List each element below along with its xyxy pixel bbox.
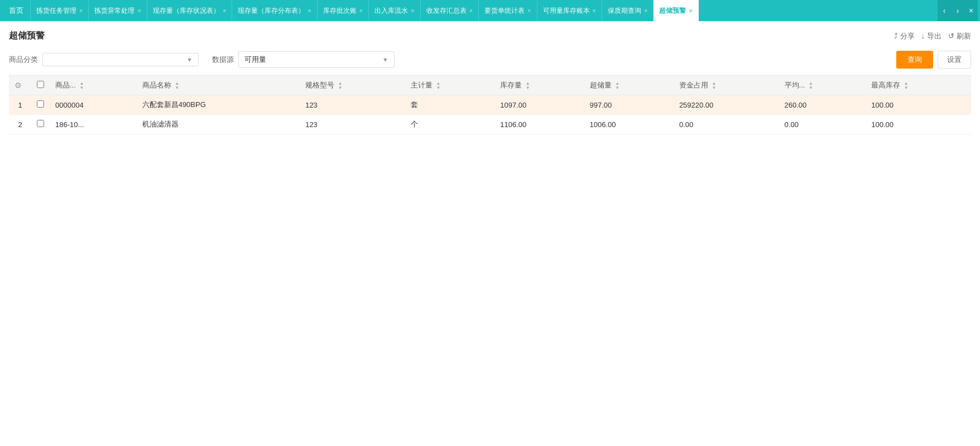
data-table: ⚙ 商品... ▲▼ 商品名称 ▲▼ 规格型号 ▲▼ 主计 (9, 75, 971, 134)
close-tab-9[interactable]: × (644, 7, 647, 14)
row-1-capital: 259220.00 (674, 95, 779, 115)
table-row: 2 186-10... 机油滤清器 123 个 1106.00 1006.00 … (9, 115, 971, 134)
row-2-checkbox-cell (31, 115, 50, 134)
top-navigation: 首页 拣货任务管理 × 拣货异常处理 × 现存量（库存状况表） × 现存量（库存… (0, 0, 980, 21)
query-button[interactable]: 查询 (896, 51, 933, 69)
sort-spec-icon: ▲▼ (338, 81, 343, 90)
category-dropdown-icon: ▼ (186, 56, 193, 63)
col-checkbox (31, 76, 50, 95)
row-2-max-stock: 100.00 (866, 115, 971, 134)
row-2-product-name: 机油滤清器 (137, 115, 300, 134)
refresh-button[interactable]: ↺ 刷新 (948, 31, 971, 41)
close-tab-6[interactable]: × (469, 7, 473, 14)
close-tab-2[interactable]: × (223, 7, 226, 14)
row-1-index: 1 (9, 95, 31, 115)
col-product-code[interactable]: 商品... ▲▼ (50, 76, 137, 95)
page-title: 超储预警 (9, 30, 45, 42)
sort-product-name-icon: ▲▼ (175, 81, 179, 90)
sort-unit-icon: ▲▼ (436, 81, 440, 90)
settings-button[interactable]: 设置 (938, 51, 971, 69)
row-1-checkbox-cell (31, 95, 50, 115)
col-overstock[interactable]: 超储量 ▲▼ (584, 76, 674, 95)
close-tab-1[interactable]: × (137, 7, 141, 14)
nav-tab-8[interactable]: 可用量库存账本 × (537, 0, 602, 21)
col-gear: ⚙ (9, 76, 31, 95)
row-1-checkbox[interactable] (37, 100, 44, 108)
close-tab-0[interactable]: × (79, 7, 83, 14)
nav-tab-7[interactable]: 要货单统计表 × (479, 0, 537, 21)
nav-tab-1[interactable]: 拣货异常处理 × (89, 0, 147, 21)
datasource-dropdown-icon: ▼ (382, 56, 388, 63)
nav-arrows: ‹ › × (938, 0, 978, 21)
nav-tab-5[interactable]: 出入库流水 × (369, 0, 420, 21)
close-tab-4[interactable]: × (359, 7, 363, 14)
close-tab-3[interactable]: × (308, 7, 311, 14)
nav-tab-4[interactable]: 库存批次账 × (318, 0, 369, 21)
nav-tab-6[interactable]: 收发存汇总表 × (421, 0, 479, 21)
sort-max-stock-icon: ▲▼ (904, 81, 909, 90)
filter-buttons: 查询 设置 (896, 51, 971, 69)
col-unit[interactable]: 主计量 ▲▼ (405, 76, 494, 95)
col-max-stock[interactable]: 最高库存 ▲▼ (866, 76, 971, 95)
col-product-name[interactable]: 商品名称 ▲▼ (137, 76, 300, 95)
col-capital[interactable]: 资金占用 ▲▼ (674, 76, 779, 95)
nav-prev-button[interactable]: ‹ (938, 0, 951, 21)
row-1-spec: 123 (300, 95, 405, 115)
filter-row: 商品分类 ▼ 数据源 可用量 ▼ 查询 设置 (9, 51, 971, 69)
nav-tab-3[interactable]: 现存量（库存分布表） × (232, 0, 317, 21)
page-header: 超储预警 ⤴ 分享 ↓ 导出 ↺ 刷新 (9, 30, 971, 42)
row-2-capital: 0.00 (674, 115, 779, 134)
nav-close-button[interactable]: × (964, 0, 978, 21)
select-all-checkbox[interactable] (37, 81, 44, 88)
sort-product-code-icon: ▲▼ (79, 81, 84, 90)
sort-avg-icon: ▲▼ (809, 81, 813, 90)
table-row: 1 0000004 六配套新昌490BPG 123 套 1097.00 997.… (9, 95, 971, 115)
row-2-unit: 个 (405, 115, 494, 134)
row-2-product-code: 186-10... (50, 115, 137, 134)
col-spec[interactable]: 规格型号 ▲▼ (300, 76, 405, 95)
export-button[interactable]: ↓ 导出 (921, 31, 942, 41)
category-select[interactable]: ▼ (42, 53, 199, 66)
sort-stock-icon: ▲▼ (526, 81, 530, 90)
datasource-select[interactable]: 可用量 ▼ (238, 51, 395, 68)
refresh-icon: ↺ (948, 32, 954, 40)
home-tab[interactable]: 首页 (2, 0, 31, 21)
nav-next-button[interactable]: › (951, 0, 964, 21)
table-header-row: ⚙ 商品... ▲▼ 商品名称 ▲▼ 规格型号 ▲▼ 主计 (9, 76, 971, 95)
nav-tab-2[interactable]: 现存量（库存状况表） × (147, 0, 232, 21)
row-1-avg: 260.00 (779, 95, 866, 115)
col-avg[interactable]: 平均... ▲▼ (779, 76, 866, 95)
sort-overstock-icon: ▲▼ (615, 81, 619, 90)
close-tab-5[interactable]: × (411, 7, 414, 14)
row-2-overstock: 1006.00 (584, 115, 674, 134)
export-icon: ↓ (921, 32, 925, 40)
row-2-checkbox[interactable] (37, 120, 44, 127)
category-label: 商品分类 (9, 55, 38, 65)
nav-tab-10[interactable]: 超储预警 × (654, 0, 698, 21)
row-1-stock: 1097.00 (494, 95, 584, 115)
datasource-filter: 数据源 可用量 ▼ (212, 51, 395, 68)
close-tab-7[interactable]: × (527, 7, 531, 14)
row-1-product-name: 六配套新昌490BPG (137, 95, 300, 115)
sort-capital-icon: ▲▼ (712, 81, 717, 90)
share-button[interactable]: ⤴ 分享 (894, 31, 915, 41)
row-1-max-stock: 100.00 (866, 95, 971, 115)
category-filter: 商品分类 ▼ (9, 53, 199, 66)
datasource-value: 可用量 (244, 55, 266, 65)
row-2-spec: 123 (300, 115, 405, 134)
row-2-avg: 0.00 (779, 115, 866, 134)
page-content: 超储预警 ⤴ 分享 ↓ 导出 ↺ 刷新 商品分类 ▼ 数据源 (0, 21, 980, 446)
row-1-overstock: 997.00 (584, 95, 674, 115)
close-tab-8[interactable]: × (593, 7, 596, 14)
row-2-index: 2 (9, 115, 31, 134)
column-settings-icon[interactable]: ⚙ (15, 81, 22, 90)
close-tab-10[interactable]: × (689, 7, 692, 14)
row-1-product-code: 0000004 (50, 95, 137, 115)
row-1-unit: 套 (405, 95, 494, 115)
datasource-label: 数据源 (212, 55, 234, 65)
share-icon: ⤴ (894, 32, 898, 40)
col-stock[interactable]: 库存量 ▲▼ (494, 76, 584, 95)
nav-tab-0[interactable]: 拣货任务管理 × (31, 0, 89, 21)
header-actions: ⤴ 分享 ↓ 导出 ↺ 刷新 (894, 31, 972, 41)
nav-tab-9[interactable]: 保质期查询 × (602, 0, 654, 21)
